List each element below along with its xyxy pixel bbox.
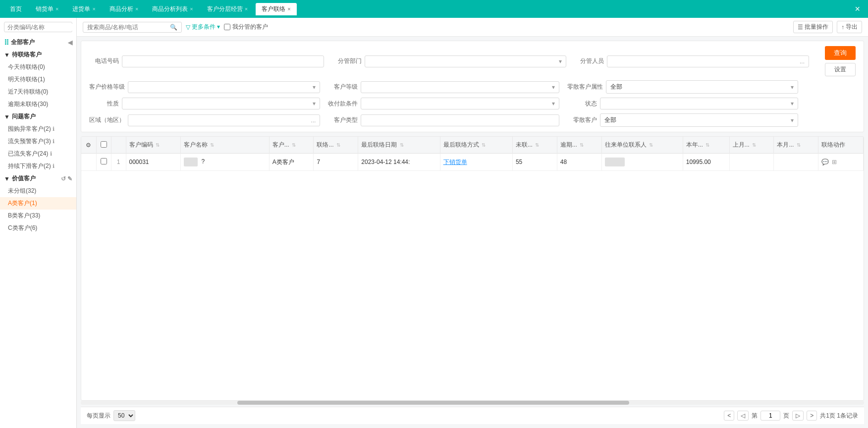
toolbar-search-box[interactable]: 🔍 xyxy=(83,22,182,33)
scatter-attr-arrow-icon: ▾ xyxy=(791,84,794,91)
col-code[interactable]: 客户编码 ⇅ xyxy=(126,137,181,154)
nav-tab-sales[interactable]: 销货单 × xyxy=(30,3,64,15)
sidebar-item-churn-warning[interactable]: 流失预警客户(3) ℹ xyxy=(0,135,76,148)
col-no-contact[interactable]: 未联... ⇅ xyxy=(512,137,557,154)
col-name[interactable]: 客户名称 ⇅ xyxy=(181,137,270,154)
scatter-attr-select[interactable]: 全部 ▾ xyxy=(606,80,798,94)
status-select[interactable]: ▾ xyxy=(600,98,798,109)
my-customers-input[interactable] xyxy=(224,24,230,30)
sidebar-collapse-btn[interactable]: ◀ xyxy=(68,39,72,46)
all-customers-label: 全部客户 xyxy=(11,38,35,47)
horizontal-scrollbar[interactable] xyxy=(81,401,864,405)
settings-btn[interactable]: 设置 xyxy=(825,63,856,76)
nav-tab-customer-mgmt[interactable]: 客户分层经营 × xyxy=(201,3,254,15)
sidebar-item-ungrouped[interactable]: 未分组(32) xyxy=(0,185,76,197)
col-last-method[interactable]: 最后联络方式 ⇅ xyxy=(440,137,512,154)
chat-icon[interactable]: 💬 xyxy=(821,159,829,165)
group-value-customers[interactable]: ▼ 价值客户 ↺ ✎ xyxy=(0,172,76,185)
customer-type-input[interactable] xyxy=(361,114,559,126)
row-this-month xyxy=(774,154,818,171)
row-last-method[interactable]: 下销货单 xyxy=(440,154,512,171)
batch-op-btn[interactable]: ☰ 批量操作 xyxy=(793,21,833,33)
first-page-btn[interactable]: ◁ xyxy=(737,411,749,421)
nav-tab-home[interactable]: 首页 xyxy=(4,3,28,15)
sidebar-item-hoarding[interactable]: 囤购异常客户(2) ℹ xyxy=(0,123,76,135)
row-this-year: 10995.00 xyxy=(683,154,729,171)
sidebar-item-today[interactable]: 今天待联络(0) xyxy=(0,61,76,73)
price-level-select[interactable]: ▾ xyxy=(128,81,320,93)
sidebar-item-class-b[interactable]: B类客户(33) xyxy=(0,210,76,222)
col-this-year[interactable]: 本年... ⇅ xyxy=(683,137,729,154)
toolbar-search-input[interactable] xyxy=(87,24,170,31)
row-action: 💬 ⊞ xyxy=(818,154,864,171)
col-level[interactable]: 客户... ⇅ xyxy=(269,137,314,154)
customer-level-select[interactable]: ▾ xyxy=(361,81,559,93)
filter-payment: 收付款条件 ▾ xyxy=(328,98,559,109)
phone-input[interactable] xyxy=(122,55,324,67)
region-select[interactable]: ... xyxy=(128,114,320,126)
grid-icon[interactable]: ⊞ xyxy=(832,159,837,165)
col-contact-count[interactable]: 联络... ⇅ xyxy=(314,137,358,154)
page-size-select[interactable]: 50 xyxy=(113,410,135,421)
group-pending-contact[interactable]: ▼ 待联络客户 xyxy=(0,49,76,61)
nature-select[interactable]: ▾ xyxy=(122,98,320,109)
col-settings[interactable]: ⚙ xyxy=(81,137,96,154)
sidebar-item-churned[interactable]: 已流失客户(24) ℹ xyxy=(0,148,76,160)
sidebar-item-tomorrow[interactable]: 明天待联络(1) xyxy=(0,73,76,86)
next-page-btn[interactable]: > xyxy=(807,411,817,421)
col-contact-person[interactable]: 往来单位联系人 ⇅ xyxy=(601,137,683,154)
close-customer-contact-icon[interactable]: × xyxy=(287,6,290,12)
close-customer-mgmt-icon[interactable]: × xyxy=(245,6,248,12)
payment-select[interactable]: ▾ xyxy=(361,98,559,109)
close-analysis-list-icon[interactable]: × xyxy=(190,6,193,12)
close-analysis-icon[interactable]: × xyxy=(135,6,138,12)
status-arrow-icon: ▾ xyxy=(791,100,794,107)
group-problem-customers[interactable]: ▼ 问题客户 xyxy=(0,110,76,123)
sidebar-item-class-c[interactable]: C类客户(6) xyxy=(0,222,76,234)
scrollbar-thumb[interactable] xyxy=(237,401,629,405)
group-arrow-1: ▼ xyxy=(4,52,10,58)
nav-tab-purchase[interactable]: 进货单 × xyxy=(66,3,101,15)
sidebar-item-7days[interactable]: 近7天待联络(0) xyxy=(0,86,76,98)
customer-table: ⚙ 客户编码 ⇅ 客户名称 ⇅ 客户... ⇅ 联络... ⇅ 最后联络日期 ⇅… xyxy=(81,137,864,171)
nav-tab-analysis-list[interactable]: 商品分析列表 × xyxy=(146,3,199,15)
sidebar-search-box[interactable]: 🔍 xyxy=(4,22,72,32)
close-all-button[interactable]: × xyxy=(851,4,864,14)
nav-tab-analysis[interactable]: 商品分析 × xyxy=(104,3,144,15)
customer-contact-label: 客户联络 xyxy=(262,5,285,13)
nav-tab-customer-contact[interactable]: 客户联络 × xyxy=(256,3,296,15)
query-btn[interactable]: 查询 xyxy=(825,46,856,60)
footer: 每页显示 50 < ◁ 第 页 ▷ > 共1页 1条记录 xyxy=(81,407,864,424)
per-page-label: 每页显示 xyxy=(87,412,110,420)
page-num-input[interactable] xyxy=(760,411,780,421)
sidebar-item-overdue[interactable]: 逾期未联络(30) xyxy=(0,98,76,110)
row-no-contact: 55 xyxy=(512,154,557,171)
last-method-link[interactable]: 下销货单 xyxy=(443,159,467,165)
row-select-checkbox[interactable] xyxy=(101,158,107,164)
last-page-btn[interactable]: ▷ xyxy=(792,411,804,421)
my-customers-checkbox[interactable]: 我分管的客户 xyxy=(224,23,268,31)
scatter-arrow-icon: ▾ xyxy=(791,117,794,124)
scatter-select[interactable]: 全部 ▾ xyxy=(600,113,798,127)
col-last-month[interactable]: 上月... ⇅ xyxy=(729,137,774,154)
prev-page-btn[interactable]: < xyxy=(724,411,734,421)
col-this-month[interactable]: 本月... ⇅ xyxy=(774,137,818,154)
row-level: A类客户 xyxy=(269,154,314,171)
sidebar-item-class-a[interactable]: A类客户(1) xyxy=(0,197,76,210)
filter-more-btn[interactable]: ▽ 更多条件 ▾ xyxy=(186,23,220,31)
group-pending-label: 待联络客户 xyxy=(12,51,42,59)
manager-select[interactable]: ... xyxy=(607,55,809,67)
group-value-label: 价值客户 xyxy=(12,174,36,183)
filter-actions: 查询 设置 xyxy=(825,46,856,76)
close-sales-icon[interactable]: × xyxy=(55,6,58,12)
row-checkbox[interactable] xyxy=(96,154,111,171)
sidebar-item-declining[interactable]: 持续下滑客户(2) ℹ xyxy=(0,160,76,172)
col-last-date[interactable]: 最后联络日期 ⇅ xyxy=(358,137,440,154)
export-btn[interactable]: ↑ 导出 xyxy=(837,21,862,33)
close-purchase-icon[interactable]: × xyxy=(92,6,95,12)
dept-select[interactable]: ▾ xyxy=(365,55,567,67)
table-row: 1 000031 ? A类客户 7 2023-04-12 14:44: 下销货单… xyxy=(81,154,864,171)
select-all-checkbox[interactable] xyxy=(101,141,107,148)
sidebar-search-input[interactable] xyxy=(7,24,77,31)
col-overdue[interactable]: 逾期... ⇅ xyxy=(557,137,601,154)
